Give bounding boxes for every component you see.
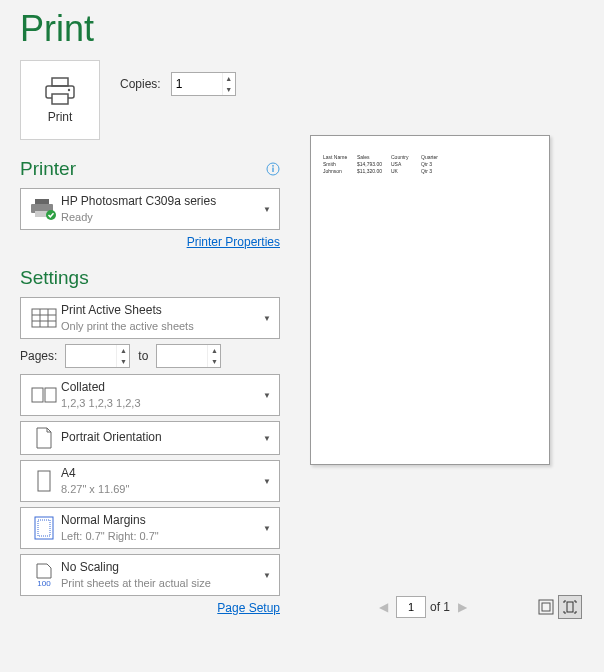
paper-icon xyxy=(27,469,61,493)
svg-rect-22 xyxy=(542,603,550,611)
svg-rect-11 xyxy=(32,309,56,327)
scaling-title: No Scaling xyxy=(61,560,259,576)
svg-rect-17 xyxy=(45,388,56,402)
pages-to-spinner[interactable]: ▲▼ xyxy=(156,344,221,368)
chevron-down-icon: ▼ xyxy=(259,571,275,580)
pages-from-spinner[interactable]: ▲▼ xyxy=(65,344,130,368)
show-margins-button[interactable] xyxy=(534,595,558,619)
paper-sub: 8.27" x 11.69" xyxy=(61,482,259,496)
svg-point-3 xyxy=(68,89,70,91)
printer-dropdown[interactable]: HP Photosmart C309a series Ready ▼ xyxy=(20,188,280,230)
printer-section-title: Printer xyxy=(20,158,76,180)
page-of-label: of 1 xyxy=(430,600,450,614)
print-what-dropdown[interactable]: Print Active Sheets Only print the activ… xyxy=(20,297,280,339)
chevron-down-icon: ▼ xyxy=(259,434,275,443)
pages-to-label: to xyxy=(138,349,148,363)
zoom-to-page-button[interactable] xyxy=(558,595,582,619)
svg-rect-16 xyxy=(32,388,43,402)
sheets-icon xyxy=(27,307,61,329)
pages-to-input[interactable] xyxy=(157,345,207,367)
printer-properties-link[interactable]: Printer Properties xyxy=(187,235,280,249)
paper-title: A4 xyxy=(61,466,259,482)
info-icon[interactable] xyxy=(266,162,280,176)
spinner-down-icon[interactable]: ▼ xyxy=(208,356,220,367)
printer-status: Ready xyxy=(61,210,259,224)
svg-rect-21 xyxy=(539,600,553,614)
page-setup-link[interactable]: Page Setup xyxy=(217,601,280,615)
printer-name: HP Photosmart C309a series xyxy=(61,194,259,210)
portrait-icon xyxy=(27,426,61,450)
spinner-up-icon[interactable]: ▲ xyxy=(223,73,235,84)
chevron-down-icon: ▼ xyxy=(259,314,275,323)
margins-dropdown[interactable]: Normal Margins Left: 0.7" Right: 0.7" ▼ xyxy=(20,507,280,549)
svg-rect-0 xyxy=(52,78,68,86)
next-page-icon[interactable]: ▶ xyxy=(454,600,471,614)
printer-status-icon xyxy=(27,197,61,221)
spinner-up-icon[interactable]: ▲ xyxy=(208,345,220,356)
copies-label: Copies: xyxy=(120,77,161,91)
scaling-dropdown[interactable]: 100 No Scaling Print sheets at their act… xyxy=(20,554,280,596)
chevron-down-icon: ▼ xyxy=(259,205,275,214)
spinner-up-icon[interactable]: ▲ xyxy=(117,345,129,356)
spinner-down-icon[interactable]: ▼ xyxy=(223,84,235,95)
paper-dropdown[interactable]: A4 8.27" x 11.69" ▼ xyxy=(20,460,280,502)
copies-input[interactable] xyxy=(172,73,222,95)
margins-sub: Left: 0.7" Right: 0.7" xyxy=(61,529,259,543)
page-number-input[interactable] xyxy=(396,596,426,618)
svg-rect-7 xyxy=(35,199,49,204)
print-button-label: Print xyxy=(48,110,73,124)
print-what-title: Print Active Sheets xyxy=(61,303,259,319)
pages-label: Pages: xyxy=(20,349,57,363)
preview-page: Last Name Sales Country Quarter Smith $1… xyxy=(310,135,550,465)
print-what-sub: Only print the active sheets xyxy=(61,319,259,333)
settings-section-title: Settings xyxy=(20,267,89,289)
collation-dropdown[interactable]: Collated 1,2,3 1,2,3 1,2,3 ▼ xyxy=(20,374,280,416)
collated-icon xyxy=(27,385,61,405)
svg-rect-2 xyxy=(52,94,68,104)
svg-rect-5 xyxy=(272,168,273,173)
svg-rect-18 xyxy=(38,471,50,491)
spinner-down-icon[interactable]: ▼ xyxy=(117,356,129,367)
chevron-down-icon: ▼ xyxy=(259,477,275,486)
pages-from-input[interactable] xyxy=(66,345,116,367)
orientation-title: Portrait Orientation xyxy=(61,430,259,446)
margins-icon xyxy=(27,515,61,541)
printer-icon xyxy=(42,76,78,106)
collation-sub: 1,2,3 1,2,3 1,2,3 xyxy=(61,396,259,410)
collation-title: Collated xyxy=(61,380,259,396)
copies-spinner[interactable]: ▲▼ xyxy=(171,72,236,96)
scaling-icon: 100 xyxy=(27,562,61,588)
svg-point-6 xyxy=(272,165,274,167)
chevron-down-icon: ▼ xyxy=(259,524,275,533)
page-title: Print xyxy=(0,0,604,50)
svg-rect-23 xyxy=(567,602,573,612)
svg-rect-20 xyxy=(38,520,50,536)
margins-title: Normal Margins xyxy=(61,513,259,529)
orientation-dropdown[interactable]: Portrait Orientation ▼ xyxy=(20,421,280,455)
chevron-down-icon: ▼ xyxy=(259,391,275,400)
print-button[interactable]: Print xyxy=(20,60,100,140)
prev-page-icon[interactable]: ◀ xyxy=(375,600,392,614)
scaling-sub: Print sheets at their actual size xyxy=(61,576,259,590)
